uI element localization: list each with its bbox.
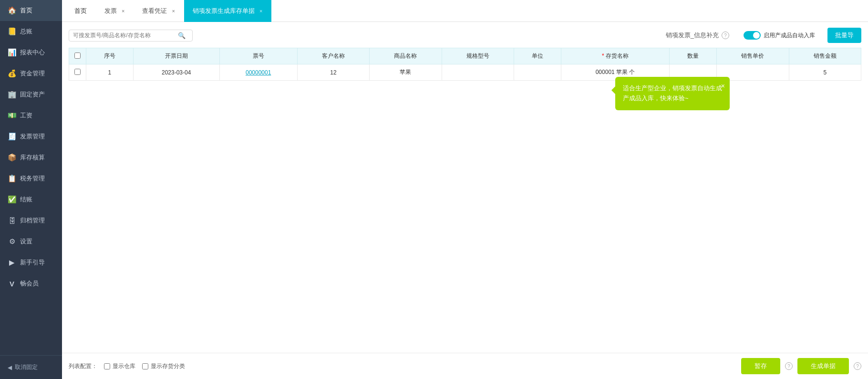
inventory-icon: 📦 [8, 153, 16, 162]
invoice-icon: 🧾 [8, 132, 16, 141]
cell-amount: 5 [789, 64, 861, 81]
sidebar-item-reports[interactable]: 📊 报表中心 [0, 42, 62, 63]
cell-seq: 1 [86, 64, 134, 81]
sidebar-item-ledger[interactable]: 📒 总账 [0, 21, 62, 42]
sidebar-item-vip[interactable]: V 畅会员 [0, 273, 62, 294]
th-number: 票号 [219, 48, 297, 64]
bottom-actions: 暂存 ? 生成单据 ? [741, 358, 861, 374]
guide-icon: ▶ [8, 258, 16, 267]
salary-icon: 💵 [8, 111, 16, 120]
toggle-area: 启用产成品自动入库 [744, 31, 815, 40]
save-button[interactable]: 暂存 [741, 358, 780, 374]
sidebar-bottom: ◀ 取消固定 [0, 355, 62, 379]
sidebar-item-settings[interactable]: ⚙ 设置 [0, 231, 62, 252]
save-help-icon[interactable]: ? [785, 362, 793, 370]
th-checkbox [69, 48, 86, 64]
toolbar: 🔍 销项发票_信息补充 ? 启用产成品自动入库 批量导 [69, 28, 861, 43]
unpin-icon: ◀ [8, 364, 12, 371]
cell-unit [514, 64, 561, 81]
th-qty: 数量 [670, 48, 717, 64]
home-icon: 🏠 [8, 6, 16, 15]
show-warehouse-checkbox[interactable] [104, 363, 110, 369]
cell-product: 苹果 [370, 64, 442, 81]
tab-invoice-close[interactable]: × [122, 8, 124, 14]
th-stock: * 存货名称 [561, 48, 670, 64]
sidebar-item-guide[interactable]: ▶ 新手引导 [0, 252, 62, 273]
info-label: 销项发票_信息补充 [666, 31, 719, 40]
main: 首页 发票 × 查看凭证 × 销项发票生成库存单据 × 🔍 销项发票_信息补充 [62, 0, 868, 379]
tab-home[interactable]: 首页 [66, 0, 96, 22]
th-date: 开票日期 [133, 48, 219, 64]
cell-spec [442, 64, 514, 81]
th-spec: 规格型号 [442, 48, 514, 64]
search-icon: 🔍 [178, 32, 186, 39]
th-unit-price: 销售单价 [717, 48, 789, 64]
bottom-bar: 列表配置： 显示仓库 显示存货分类 暂存 ? 生成单据 ? [62, 353, 868, 379]
sidebar-item-salary[interactable]: 💵 工资 [0, 105, 62, 126]
tooltip-close-button[interactable]: × [721, 81, 725, 91]
ledger-icon: 📒 [8, 27, 16, 36]
sidebar-item-settle[interactable]: ✅ 结账 [0, 189, 62, 210]
data-table: 序号 开票日期 票号 客户名称 商品名称 规格型号 单位 * 存货名称 数量 销… [69, 48, 861, 81]
select-all-checkbox[interactable] [74, 53, 81, 59]
generate-button[interactable]: 生成单据 [797, 358, 849, 374]
list-config-label: 列表配置： [69, 362, 97, 370]
main-wrapper: 🔍 销项发票_信息补充 ? 启用产成品自动入库 批量导 [62, 22, 868, 379]
sidebar: 🏠 首页 📒 总账 📊 报表中心 💰 资金管理 🏢 固定资产 💵 工资 🧾 发票… [0, 0, 62, 379]
th-customer: 客户名称 [297, 48, 369, 64]
funds-icon: 💰 [8, 69, 16, 78]
tab-stock-entry-close[interactable]: × [259, 8, 262, 14]
sidebar-item-invoice[interactable]: 🧾 发票管理 [0, 126, 62, 147]
sidebar-item-assets[interactable]: 🏢 固定资产 [0, 84, 62, 105]
tax-icon: 📋 [8, 174, 16, 183]
th-amount: 销售金额 [789, 48, 861, 64]
search-input[interactable] [73, 32, 178, 39]
sidebar-item-home[interactable]: 🏠 首页 [0, 0, 62, 21]
show-category-checkbox-item[interactable]: 显示存货分类 [142, 362, 185, 370]
table-header-row: 序号 开票日期 票号 客户名称 商品名称 规格型号 单位 * 存货名称 数量 销… [69, 48, 861, 64]
batch-import-button[interactable]: 批量导 [827, 28, 861, 43]
auto-warehousing-toggle[interactable] [744, 31, 761, 40]
tab-voucher-close[interactable]: × [172, 8, 175, 14]
tab-bar: 首页 发票 × 查看凭证 × 销项发票生成库存单据 × [62, 0, 868, 22]
show-warehouse-checkbox-item[interactable]: 显示仓库 [104, 362, 135, 370]
th-unit: 单位 [514, 48, 561, 64]
reports-icon: 📊 [8, 48, 16, 57]
info-help-icon[interactable]: ? [722, 32, 729, 39]
unpin-button[interactable]: ◀ 取消固定 [0, 359, 62, 375]
sidebar-item-tax[interactable]: 📋 税务管理 [0, 168, 62, 189]
toggle-label: 启用产成品自动入库 [764, 32, 815, 40]
sidebar-item-inventory[interactable]: 📦 库存核算 [0, 147, 62, 168]
settle-icon: ✅ [8, 195, 16, 204]
archive-icon: 🗄 [8, 217, 16, 225]
vip-icon: V [8, 280, 16, 288]
tab-voucher[interactable]: 查看凭证 × [134, 0, 184, 22]
gen-help-icon[interactable]: ? [854, 362, 861, 370]
sidebar-item-funds[interactable]: 💰 资金管理 [0, 63, 62, 84]
show-category-checkbox[interactable] [142, 363, 148, 369]
search-box[interactable]: 🔍 [69, 30, 193, 42]
tab-invoice[interactable]: 发票 × [96, 0, 134, 22]
show-category-label: 显示存货分类 [151, 362, 185, 370]
assets-icon: 🏢 [8, 90, 16, 99]
settings-icon: ⚙ [8, 237, 16, 246]
tooltip-text: 适合生产型企业，销项发票自动生成产成品入库，快来体验~ [623, 84, 722, 102]
row-checkbox[interactable] [74, 69, 81, 75]
cell-number[interactable]: 00000001 [219, 64, 297, 81]
table-row: 1 2023-03-04 00000001 12 苹果 000001 苹果 个 … [69, 64, 861, 81]
th-seq: 序号 [86, 48, 134, 64]
tab-stock-entry[interactable]: 销项发票生成库存单据 × [184, 0, 271, 22]
info-section: 销项发票_信息补充 ? [666, 31, 729, 40]
sidebar-item-archive[interactable]: 🗄 归档管理 [0, 210, 62, 231]
th-product: 商品名称 [370, 48, 442, 64]
cell-checkbox [69, 64, 86, 81]
cell-customer: 12 [297, 64, 369, 81]
cell-date: 2023-03-04 [133, 64, 219, 81]
show-warehouse-label: 显示仓库 [113, 362, 135, 370]
content-area: 🔍 销项发票_信息补充 ? 启用产成品自动入库 批量导 [62, 22, 868, 353]
tooltip-popup: × 适合生产型企业，销项发票自动生成产成品入库，快来体验~ [615, 77, 730, 110]
